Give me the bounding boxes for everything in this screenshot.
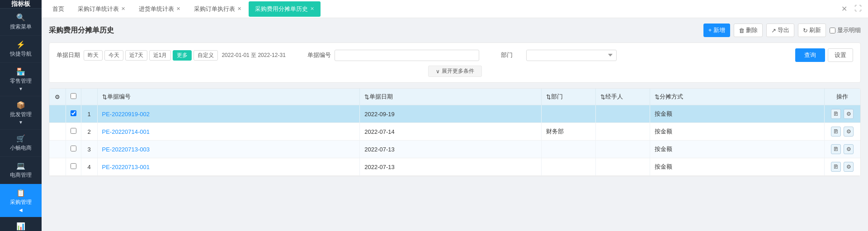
edit-icon[interactable]: ⚙ <box>844 144 854 154</box>
sidebar-item-inventory[interactable]: 📊 库存核算 <box>0 217 42 231</box>
doc-no-link[interactable]: PE-20220713-003 <box>102 146 150 153</box>
doc-no-label: 单据编号 <box>307 51 331 59</box>
filter-settings-button[interactable]: 设置 <box>828 48 853 62</box>
sidebar-item-search[interactable]: 🔍 搜索菜单 <box>0 9 42 36</box>
show-columns-checkbox[interactable]: 显示明细 <box>830 26 861 34</box>
th-checkbox <box>66 89 81 105</box>
tab-home[interactable]: 首页 <box>46 1 71 17</box>
view-icon[interactable]: 🖹 <box>831 162 841 172</box>
expand-more-btn[interactable]: ∨ 展开更多条件 <box>428 66 482 77</box>
sidebar-item-wholesale[interactable]: 📦 批发管理 ▼ <box>0 96 42 130</box>
view-icon[interactable]: 🖹 <box>831 127 841 137</box>
select-all-checkbox[interactable] <box>71 93 76 99</box>
row-doc-date: 2022-07-13 <box>360 141 542 158</box>
close-icon[interactable]: ✕ <box>176 6 180 12</box>
sidebar: 指标板 🔍 搜索菜单 ⚡ 快捷导航 🏪 零售管理 ▼ 📦 批发管理 ▼ 🛒 小畅… <box>0 0 42 231</box>
close-window-icon[interactable]: ✕ <box>840 4 849 14</box>
tab-cost-history[interactable]: 采购费用分摊单历史 ✕ <box>249 1 321 17</box>
table-row: 4 PE-20220713-001 2022-07-13 按金额 🖹 ⚙ <box>49 158 860 176</box>
show-columns-input[interactable] <box>830 28 835 33</box>
tab-order-exec[interactable]: 采购订单执行表 ✕ <box>188 1 248 17</box>
date-btn-custom[interactable]: 自定义 <box>193 50 218 61</box>
tab-purchase-order-stats[interactable]: 采购订单统计表 ✕ <box>71 1 132 17</box>
close-icon[interactable]: ✕ <box>237 6 241 12</box>
row-doc-no: PE-20220713-003 <box>97 141 360 158</box>
filter-row-1: 单据日期 昨天 今天 近7天 近1月 更多 自定义 2022-01-01 至 2… <box>57 48 853 62</box>
th-method[interactable]: ⇅ 分摊方式 <box>650 89 824 105</box>
row-handler <box>595 123 650 141</box>
tab-bar: 首页 采购订单统计表 ✕ 进货单统计表 ✕ 采购订单执行表 ✕ 采购费用分摊单历… <box>42 0 868 18</box>
row-handler <box>595 105 650 123</box>
th-action: 操作 <box>824 89 860 105</box>
th-doc-date[interactable]: ⇅ 单据日期 <box>360 89 542 105</box>
th-dept[interactable]: ⇅ 部门 <box>541 89 595 105</box>
sidebar-item-label: 批发管理 <box>10 111 32 118</box>
inventory-icon: 📊 <box>16 222 25 231</box>
tab-label: 采购费用分摊单历史 <box>255 5 308 13</box>
query-button[interactable]: 查询 <box>795 48 825 62</box>
row-dept <box>541 158 595 176</box>
sidebar-item-ecommerce[interactable]: 💻 电商管理 <box>0 157 42 184</box>
row-checkbox[interactable] <box>66 105 81 123</box>
view-icon[interactable]: 🖹 <box>831 144 841 154</box>
th-doc-no[interactable]: ⇅ 单据编号 <box>97 89 360 105</box>
date-btn-1month[interactable]: 近1月 <box>149 50 171 61</box>
doc-no-link[interactable]: PE-20220919-002 <box>102 111 150 118</box>
delete-button[interactable]: 🗑 删除 <box>734 24 763 37</box>
th-num <box>81 89 97 105</box>
purchase-icon: 📋 <box>16 189 25 197</box>
add-button[interactable]: + 新增 <box>703 24 730 37</box>
sidebar-item-label: 小畅电商 <box>10 144 32 152</box>
sidebar-item-purchase[interactable]: 📋 采购管理 ◀ <box>0 184 42 217</box>
edit-icon[interactable]: ⚙ <box>844 162 854 172</box>
refresh-icon: ↻ <box>803 27 808 34</box>
view-icon[interactable]: 🖹 <box>831 109 841 119</box>
export-button[interactable]: ↗ 导出 <box>766 24 794 37</box>
row-checkbox[interactable] <box>66 141 81 158</box>
tab-stock-stats[interactable]: 进货单统计表 ✕ <box>132 1 187 17</box>
row-method: 按金额 <box>650 141 824 158</box>
th-handler[interactable]: ⇅ 经手人 <box>595 89 650 105</box>
chevron-down-icon: ∨ <box>436 68 440 75</box>
edit-icon[interactable]: ⚙ <box>844 127 854 137</box>
sidebar-item-retail[interactable]: 🏪 零售管理 ▼ <box>0 63 42 96</box>
row-settings <box>49 105 66 123</box>
row-num: 3 <box>81 141 97 158</box>
date-btn-yesterday[interactable]: 昨天 <box>84 50 103 61</box>
row-action: 🖹 ⚙ <box>824 105 860 123</box>
sidebar-item-quicknav[interactable]: ⚡ 快捷导航 <box>0 36 42 63</box>
date-btn-7days[interactable]: 近7天 <box>125 50 147 61</box>
dept-label: 部门 <box>501 51 523 59</box>
date-btn-today[interactable]: 今天 <box>104 50 123 61</box>
th-settings[interactable]: ⚙ <box>49 89 66 105</box>
date-btn-more[interactable]: 更多 <box>173 50 192 61</box>
row-doc-no: PE-20220713-001 <box>97 158 360 176</box>
row-dept <box>541 141 595 158</box>
data-table: ⚙ ⇅ 单据编号 ⇅ <box>49 89 860 176</box>
page-header: 采购费用分摊单历史 + 新增 🗑 删除 ↗ 导出 ↻ 刷新 显示明细 <box>49 24 861 37</box>
row-settings <box>49 123 66 141</box>
ecommerce-icon: 💻 <box>16 161 25 170</box>
search-icon: 🔍 <box>16 13 25 22</box>
tab-bar-actions: ✕ ⛶ <box>840 4 863 14</box>
sort-icon: ⇅ <box>364 94 369 100</box>
ecommerce-small-icon: 🛒 <box>16 134 25 143</box>
row-checkbox[interactable] <box>66 158 81 176</box>
row-checkbox[interactable] <box>66 123 81 141</box>
doc-no-link[interactable]: PE-20220714-001 <box>102 128 150 135</box>
table-row: 2 PE-20220714-001 2022-07-14 财务部 按金额 🖹 ⚙ <box>49 123 860 141</box>
row-handler <box>595 158 650 176</box>
doc-no-input[interactable] <box>335 50 479 61</box>
edit-icon[interactable]: ⚙ <box>844 109 854 119</box>
refresh-button[interactable]: ↻ 刷新 <box>798 24 826 37</box>
dept-select[interactable] <box>526 50 617 61</box>
close-icon[interactable]: ✕ <box>121 6 125 12</box>
doc-no-link[interactable]: PE-20220713-001 <box>102 164 150 170</box>
table-panel: ⚙ ⇅ 单据编号 ⇅ <box>49 88 861 176</box>
row-doc-date: 2022-09-19 <box>360 105 542 123</box>
main-area: 首页 采购订单统计表 ✕ 进货单统计表 ✕ 采购订单执行表 ✕ 采购费用分摊单历… <box>42 0 868 231</box>
row-dept <box>541 105 595 123</box>
sidebar-item-ecommerce-small[interactable]: 🛒 小畅电商 <box>0 130 42 157</box>
close-icon[interactable]: ✕ <box>310 6 314 12</box>
expand-window-icon[interactable]: ⛶ <box>853 4 863 14</box>
